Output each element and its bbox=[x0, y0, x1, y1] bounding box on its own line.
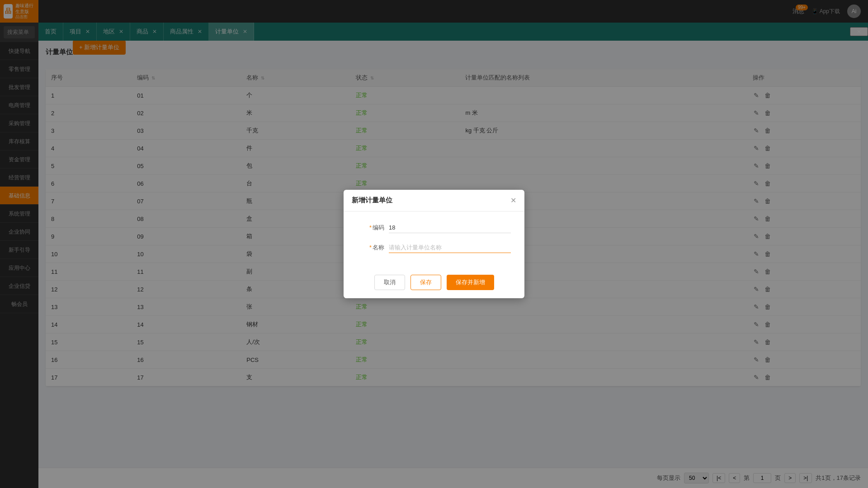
form-code-label: *编码 bbox=[357, 224, 384, 232]
modal-overlay: 新增计量单位 ✕ *编码 *名称 取消 保存 保存并新增 bbox=[0, 0, 868, 488]
modal-footer: 取消 保存 保存并新增 bbox=[344, 269, 524, 298]
form-name-label: *名称 bbox=[357, 244, 384, 252]
save-and-new-button[interactable]: 保存并新增 bbox=[447, 275, 494, 290]
cancel-button[interactable]: 取消 bbox=[374, 275, 405, 290]
name-input[interactable] bbox=[389, 242, 511, 253]
add-unit-modal: 新增计量单位 ✕ *编码 *名称 取消 保存 保存并新增 bbox=[344, 190, 524, 298]
required-mark-name: * bbox=[369, 244, 372, 251]
modal-close-button[interactable]: ✕ bbox=[510, 196, 516, 205]
modal-body: *编码 *名称 bbox=[344, 211, 524, 269]
form-item-code: *编码 bbox=[357, 222, 511, 233]
form-item-name: *名称 bbox=[357, 242, 511, 253]
code-input[interactable] bbox=[389, 222, 511, 233]
required-mark-code: * bbox=[369, 224, 372, 231]
modal-title: 新增计量单位 bbox=[352, 196, 392, 205]
modal-header: 新增计量单位 ✕ bbox=[344, 190, 524, 211]
save-button[interactable]: 保存 bbox=[410, 275, 441, 290]
